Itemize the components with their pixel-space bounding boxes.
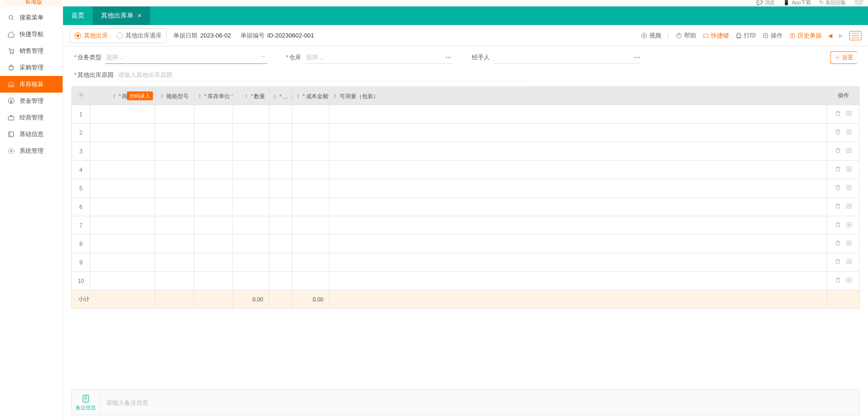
sidebar-item-warehouse[interactable]: 库存核算 <box>0 76 63 93</box>
sidebar-item-briefcase[interactable]: 经营管理 <box>0 109 63 126</box>
sidebar-item-home[interactable]: 快捷导航 <box>0 26 63 43</box>
col-extra[interactable]: ▲▼*…? <box>269 87 292 105</box>
radio-other-outbound-return[interactable]: 其他出库退库 <box>116 31 162 40</box>
table-row[interactable]: 10 <box>72 272 860 290</box>
delete-icon[interactable] <box>835 184 841 191</box>
avatar[interactable] <box>854 0 863 6</box>
business-type-select[interactable]: 选择... ﹀ <box>105 51 267 64</box>
close-icon[interactable]: ✕ <box>137 13 142 19</box>
reason-input[interactable]: 请输入其他出库原因 <box>117 69 534 81</box>
delete-icon[interactable] <box>835 221 841 228</box>
form-row-1: *业务类型 选择... ﹀ *仓库 选择... ⋯ 经手人 ⋯ <box>63 46 868 69</box>
table-row[interactable]: 2 <box>72 124 860 142</box>
add-row-icon[interactable] <box>846 240 852 246</box>
remark-input[interactable] <box>100 390 859 415</box>
top-app-link[interactable]: 📱 App下载 <box>783 0 811 6</box>
table-row[interactable]: 1 <box>72 105 860 124</box>
tab-other-outbound[interactable]: 其他出库单 ✕ <box>93 6 150 25</box>
field-business-type: *业务类型 选择... ﹀ <box>74 51 267 64</box>
tab-strip: 首页 其他出库单 ✕ <box>63 6 868 25</box>
subtotal-row: 小计 0.00 0.00 <box>72 290 860 309</box>
top-strip: 标准版 💬 消息 📱 App下载 ↻ 返回旧版 <box>0 0 868 6</box>
radio-other-outbound[interactable]: 其他出库 <box>75 31 108 40</box>
row-number: 4 <box>72 161 90 179</box>
add-row-icon[interactable] <box>846 147 852 154</box>
sidebar-item-search[interactable]: 搜索菜单 <box>0 9 63 26</box>
handler-select[interactable]: ⋯ <box>494 51 642 64</box>
settings-button[interactable]: 设置 <box>830 51 857 64</box>
sidebar-item-book[interactable]: 基础信息 <box>0 126 63 143</box>
list-view-icon[interactable] <box>849 31 862 40</box>
col-spec[interactable]: ▲▼规格型号 <box>155 87 194 105</box>
sidebar-item-bag[interactable]: 采购管理 <box>0 59 63 76</box>
add-row-icon[interactable] <box>846 184 852 191</box>
sidebar-item-label: 经营管理 <box>19 113 44 122</box>
table-row[interactable]: 9 <box>72 253 860 272</box>
sidebar-item-label: 系统管理 <box>19 147 44 155</box>
top-msg-link[interactable]: 💬 消息 <box>756 0 775 6</box>
operate-link[interactable]: 操作 <box>762 31 783 40</box>
table-row[interactable]: 4 <box>72 161 860 179</box>
row-number: 10 <box>72 272 90 290</box>
prev-doc-arrow-icon[interactable]: ◀ <box>828 32 832 39</box>
svg-rect-5 <box>9 132 14 137</box>
next-doc-arrow-icon[interactable]: ▶ <box>839 32 843 39</box>
bag-icon <box>7 64 15 71</box>
help-link[interactable]: 帮助 <box>676 31 696 40</box>
sidebar-item-label: 快捷导航 <box>19 30 44 38</box>
scan-input-badge[interactable]: 扫码录入 <box>127 91 153 100</box>
tab-home[interactable]: 首页 <box>63 6 93 25</box>
add-row-icon[interactable] <box>846 221 852 228</box>
doc-date-value[interactable]: 2023-06-02 <box>200 32 231 39</box>
delete-icon[interactable] <box>835 277 841 283</box>
remark-bar: 备注信息 <box>71 389 860 415</box>
sidebar-item-gear-circle[interactable]: 系统管理 <box>0 143 63 159</box>
edition-badge: 标准版 <box>5 0 63 7</box>
sidebar-item-money[interactable]: 资金管理 <box>0 93 63 109</box>
add-row-icon[interactable] <box>846 203 852 209</box>
delete-icon[interactable] <box>835 166 841 172</box>
field-reason: *其他出库原因 请输入其他出库原因 <box>74 69 534 81</box>
delete-icon[interactable] <box>835 240 841 246</box>
top-return-link[interactable]: ↻ 返回旧版 <box>819 0 846 6</box>
svg-point-2 <box>13 53 13 54</box>
toolbar: 视频 | 帮助 快捷键 打印 操作 历史单据 ◀ ▶ <box>641 31 862 40</box>
briefcase-icon <box>7 114 15 121</box>
add-row-icon[interactable] <box>846 258 852 265</box>
remark-icon: 备注信息 <box>72 390 100 415</box>
add-row-icon[interactable] <box>846 277 852 283</box>
delete-icon[interactable] <box>835 129 841 135</box>
svg-point-15 <box>80 94 82 96</box>
add-row-icon[interactable] <box>846 110 852 117</box>
video-link[interactable]: 视频 <box>641 31 661 40</box>
table-row[interactable]: 3 <box>72 142 860 161</box>
col-qty[interactable]: ▲▼*数量 <box>233 87 269 105</box>
delete-icon[interactable] <box>835 110 841 117</box>
warehouse-select[interactable]: 选择... ⋯ <box>305 51 453 64</box>
row-number: 7 <box>72 216 90 235</box>
book-icon <box>7 131 15 138</box>
delete-icon[interactable] <box>835 147 841 154</box>
delete-icon[interactable] <box>835 258 841 265</box>
col-cost[interactable]: ▲▼*成本金额 <box>292 87 329 105</box>
history-link[interactable]: 历史单据 <box>789 31 822 40</box>
shortcut-link[interactable]: 快捷键 <box>703 31 729 40</box>
sidebar-item-cart[interactable]: 销售管理 <box>0 43 63 59</box>
column-settings-icon[interactable] <box>72 87 90 105</box>
grid-wrap: ▲▼*商品 扫码录入 ▲▼规格型号 ▲▼*库存单位 ▲▼*数量 ▲▼*…? ▲▼… <box>63 86 868 376</box>
svg-rect-26 <box>83 395 89 402</box>
delete-icon[interactable] <box>835 203 841 209</box>
add-row-icon[interactable] <box>846 129 852 135</box>
doc-number: 单据编号 ID-20230602-001 <box>241 31 314 40</box>
col-product[interactable]: ▲▼*商品 扫码录入 <box>90 87 155 105</box>
print-link[interactable]: 打印 <box>735 31 756 40</box>
table-row[interactable]: 7 <box>72 216 860 235</box>
col-unit[interactable]: ▲▼*库存单位 <box>194 87 233 105</box>
table-row[interactable]: 6 <box>72 198 860 216</box>
doc-number-value: ID-20230602-001 <box>267 32 314 39</box>
add-row-icon[interactable] <box>846 166 852 172</box>
table-row[interactable]: 8 <box>72 235 860 253</box>
table-row[interactable]: 5 <box>72 179 860 198</box>
svg-rect-12 <box>763 33 767 38</box>
col-avail[interactable]: ▲▼可用量（包装） <box>329 87 827 105</box>
